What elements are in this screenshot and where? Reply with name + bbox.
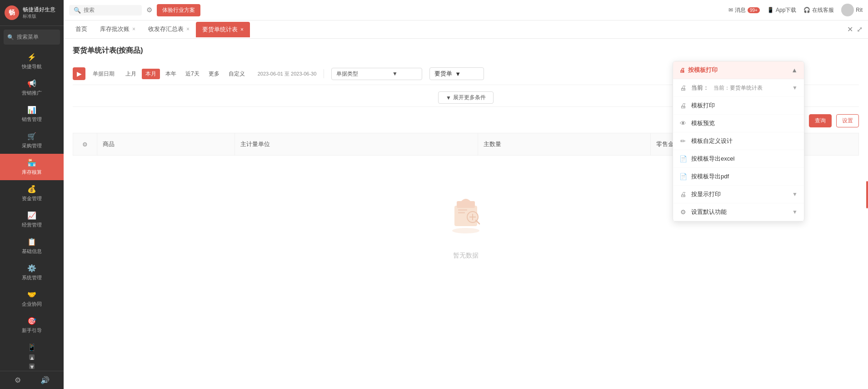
filter-type-select[interactable]: 单据类型 ▼ bbox=[331, 68, 422, 80]
logo-subtitle: 标准版 bbox=[23, 13, 55, 20]
date-tab-year[interactable]: 本年 bbox=[162, 69, 180, 79]
dropdown-default-feature[interactable]: ⚙ 设置默认功能 ▼ bbox=[673, 203, 804, 221]
sales-icon: 📊 bbox=[27, 106, 36, 114]
filter-divider bbox=[324, 69, 324, 78]
sidebar-item-sales[interactable]: 📊 销售管理 bbox=[0, 101, 64, 127]
topbar-message[interactable]: ✉ 消息 99+ bbox=[728, 6, 760, 14]
sidebar-item-label: 销售管理 bbox=[22, 116, 42, 123]
sidebar-scroll-down[interactable]: ▼ bbox=[29, 364, 35, 369]
filter-expand-more-btn[interactable]: ▼ 展开更多条件 bbox=[438, 91, 494, 104]
table-col-settings-btn[interactable]: ⚙ bbox=[79, 138, 91, 151]
logo-title: 畅捷通好生意 bbox=[23, 6, 55, 14]
quick-nav-icon: ⚡ bbox=[27, 53, 36, 61]
topbar-search-icon: 🔍 bbox=[74, 7, 81, 14]
topbar-user[interactable]: Rit bbox=[841, 4, 863, 16]
sidebar-scroll-up[interactable]: ▲ bbox=[29, 354, 35, 360]
topbar-gear-icon[interactable]: ⚙ bbox=[146, 6, 152, 14]
sidebar-item-label: 采购管理 bbox=[22, 142, 42, 149]
settings-btn[interactable]: 设置 bbox=[836, 114, 859, 127]
topbar-app-download[interactable]: 📱 App下载 bbox=[767, 6, 796, 14]
basic-icon: 📋 bbox=[27, 237, 36, 246]
dropdown-template-pdf[interactable]: 📄 按模板导出pdf bbox=[673, 168, 804, 186]
display-print-arrow: ▼ bbox=[792, 191, 798, 197]
template-design-icon: ✏ bbox=[679, 137, 687, 145]
template-preview-icon: 👁 bbox=[679, 120, 687, 127]
sidebar-search[interactable]: 🔍 搜索菜单 bbox=[4, 30, 60, 45]
sidebar-item-operations[interactable]: 📈 经营管理 bbox=[0, 207, 64, 233]
date-tab-custom[interactable]: 自定义 bbox=[225, 69, 249, 79]
template-excel-label: 按模板导出excel bbox=[691, 155, 734, 163]
empty-text: 暂无数据 bbox=[453, 252, 479, 260]
sidebar-item-label: 经营管理 bbox=[22, 222, 42, 228]
topbar-search-input[interactable] bbox=[84, 7, 129, 13]
sidebar-item-label: 营销推广 bbox=[22, 90, 42, 96]
dropdown-display-print[interactable]: 🖨 按显示打印 ▼ bbox=[673, 186, 804, 203]
sidebar-item-purchase[interactable]: 🛒 采购管理 bbox=[0, 127, 64, 154]
sidebar-item-marketing[interactable]: 📢 营销推广 bbox=[0, 75, 64, 101]
sidebar-item-newbie[interactable]: 🎯 新手引导 bbox=[0, 312, 64, 338]
template-pdf-icon: 📄 bbox=[679, 173, 687, 180]
template-design-label: 模板自定义设计 bbox=[691, 137, 733, 145]
display-print-label: 按显示打印 bbox=[691, 190, 721, 198]
sidebar-item-label: 库存核算 bbox=[22, 169, 42, 176]
purchase-icon: 🛒 bbox=[27, 132, 36, 141]
sidebar: 畅 畅捷通好生意 标准版 🔍 搜索菜单 ⚡ 快捷导航 📢 营销推广 📊 销售管理… bbox=[0, 0, 64, 389]
sidebar-item-basic[interactable]: 📋 基础信息 bbox=[0, 233, 64, 259]
tab-inventory-batch-label: 库存批次账 bbox=[100, 25, 130, 33]
col-unit: 主计量单位 bbox=[235, 133, 478, 156]
sidebar-item-finance[interactable]: 💰 资金管理 bbox=[0, 180, 64, 207]
tab-receivable-summary[interactable]: 收发存汇总表 × bbox=[142, 21, 196, 38]
dropdown-template-design[interactable]: ✏ 模板自定义设计 bbox=[673, 132, 804, 150]
message-icon: ✉ bbox=[728, 7, 733, 13]
sidebar-item-enterprise[interactable]: 🤝 企业协同 bbox=[0, 286, 64, 312]
tab-order-stats[interactable]: 要货单统计表 × bbox=[196, 22, 250, 37]
empty-icon bbox=[443, 192, 489, 246]
sidebar-item-appstore[interactable]: 📱 应用中心 bbox=[0, 338, 64, 353]
date-tabs: 上月 本月 本年 近7天 更多 自定义 bbox=[122, 69, 249, 79]
user-avatar bbox=[841, 4, 854, 16]
filter-tag-select[interactable]: 要货单 ▼ bbox=[429, 67, 484, 80]
current-arrow-icon: ▼ bbox=[792, 85, 798, 91]
tab-inventory-batch-close[interactable]: × bbox=[132, 26, 135, 32]
date-tab-prev[interactable]: 上月 bbox=[122, 69, 140, 79]
topbar-service[interactable]: 🎧 在线客服 bbox=[803, 6, 834, 14]
print-dropdown-close-btn[interactable]: ▲ bbox=[791, 66, 798, 74]
tab-inventory-batch[interactable]: 库存批次账 × bbox=[94, 21, 142, 38]
app-label: App下载 bbox=[776, 6, 796, 14]
default-feature-icon: ⚙ bbox=[679, 208, 687, 216]
volume-bottom-btn[interactable]: 🔊 bbox=[40, 376, 50, 384]
tab-home[interactable]: 首页 bbox=[69, 21, 94, 38]
sidebar-item-inventory[interactable]: 🏪 库存核算 bbox=[0, 154, 64, 180]
sidebar-item-quick-nav[interactable]: ⚡ 快捷导航 bbox=[0, 48, 64, 75]
tabbar-close-btn[interactable]: ✕ bbox=[847, 25, 853, 34]
template-preview-label: 模板预览 bbox=[691, 119, 715, 127]
newbie-icon: 🎯 bbox=[27, 317, 36, 325]
date-tab-7days[interactable]: 近7天 bbox=[182, 69, 203, 79]
topbar-search-box[interactable]: 🔍 bbox=[69, 5, 142, 15]
query-label: 查询 bbox=[815, 117, 826, 125]
settings-bottom-btn[interactable]: ⚙ bbox=[15, 376, 21, 384]
tabbar-expand-btn[interactable]: ⤢ bbox=[857, 25, 863, 34]
topbar-trial-btn[interactable]: 体验行业方案 bbox=[157, 4, 200, 16]
dropdown-current-template[interactable]: 🖨 当前： 当前：要货单统计表 ▼ bbox=[673, 79, 804, 97]
dropdown-template-excel[interactable]: 📄 按模板导出excel bbox=[673, 150, 804, 168]
template-pdf-label: 按模板导出pdf bbox=[691, 172, 729, 181]
finance-icon: 💰 bbox=[27, 185, 36, 193]
col-product: 商品 bbox=[97, 133, 235, 156]
filter-tag-dropdown-icon: ▼ bbox=[455, 71, 461, 77]
print-dropdown-icon: 🖨 bbox=[679, 67, 685, 74]
tab-order-stats-close[interactable]: × bbox=[240, 26, 244, 33]
inventory-icon: 🏪 bbox=[27, 158, 36, 167]
date-tab-current[interactable]: 本月 bbox=[142, 69, 160, 79]
dropdown-template-print[interactable]: 🖨 模板打印 bbox=[673, 97, 804, 115]
tab-receivable-summary-close[interactable]: × bbox=[186, 26, 190, 32]
dropdown-template-preview[interactable]: 👁 模板预览 bbox=[673, 115, 804, 132]
filter-toggle-btn[interactable]: ▶ bbox=[73, 67, 85, 80]
settings-label: 设置 bbox=[842, 117, 853, 125]
current-template-icon: 🖨 bbox=[679, 84, 687, 91]
message-badge: 99+ bbox=[748, 7, 760, 13]
date-tab-more[interactable]: 更多 bbox=[205, 69, 223, 79]
sidebar-item-system[interactable]: ⚙️ 系统管理 bbox=[0, 259, 64, 286]
filter-type-dropdown-icon: ▼ bbox=[392, 71, 417, 77]
query-btn[interactable]: 查询 bbox=[809, 114, 832, 127]
